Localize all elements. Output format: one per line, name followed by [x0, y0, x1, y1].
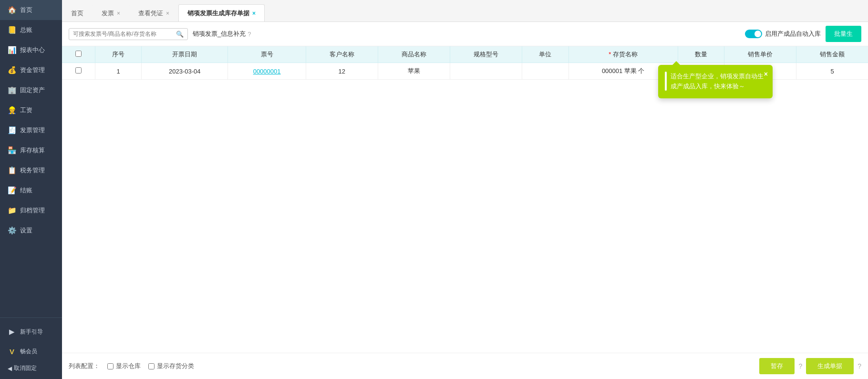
row-model	[450, 63, 522, 80]
col-product: 商品名称	[378, 46, 450, 63]
col-model: 规格型号	[450, 46, 522, 63]
ledger-icon: 📒	[8, 26, 16, 34]
info-help-icon[interactable]: ?	[248, 31, 251, 38]
row-amount: 5	[796, 63, 868, 80]
auto-import-label: 启用产成品自动入库	[765, 30, 821, 38]
page-content: 🔍 销项发票_信息补充 ? 启用产成品自动入库 批量生	[62, 22, 868, 379]
row-date: 2023-03-04	[142, 63, 228, 80]
tax-icon: 📋	[8, 166, 16, 175]
fixed-assets-icon: 🏢	[8, 86, 16, 95]
tab-invoice[interactable]: 发票 ×	[93, 4, 129, 21]
sidebar-item-home[interactable]: 🏠 首页	[0, 0, 62, 20]
sidebar-item-invoice-mgmt-label: 发票管理	[20, 126, 45, 135]
generate-help-icon[interactable]: ?	[858, 362, 861, 370]
tab-voucher-close[interactable]: ×	[166, 11, 169, 16]
sidebar-bottom: ▶ 新手引导 V 畅会员 ◀ 取消固定	[0, 317, 62, 379]
sidebar-item-tax[interactable]: 📋 税务管理	[0, 160, 62, 180]
tooltip-accent-bar	[665, 72, 667, 91]
select-all-checkbox[interactable]	[75, 51, 82, 57]
row-checkbox[interactable]	[75, 67, 82, 74]
sidebar-item-ledger-label: 总账	[20, 26, 32, 34]
member-icon: V	[8, 347, 16, 356]
tab-sales-return-close[interactable]: ×	[252, 11, 256, 16]
tooltip-text: 适合生产型企业，销项发票自动生成产成品入库，快来体验～	[671, 73, 764, 90]
col-qty: 数量	[678, 46, 724, 63]
tab-invoice-close[interactable]: ×	[117, 11, 120, 16]
sidebar-item-reports-label: 报表中心	[20, 46, 45, 54]
row-number[interactable]: 00000001	[228, 63, 306, 80]
unfix-arrow-icon: ◀	[8, 365, 12, 372]
tab-sales-return[interactable]: 销项发票生成库存单据 ×	[178, 4, 265, 21]
search-icon: 🔍	[176, 31, 184, 38]
guide-icon: ▶	[8, 327, 16, 336]
sidebar-item-invoice-mgmt[interactable]: 🧾 发票管理	[0, 120, 62, 140]
col-unit: 单位	[522, 46, 568, 63]
list-config: 列表配置： 显示仓库 显示存货分类	[69, 362, 194, 370]
sidebar-item-accounting[interactable]: 📝 结账	[0, 180, 62, 200]
home-icon: 🏠	[8, 6, 16, 14]
col-date: 开票日期	[142, 46, 228, 63]
tab-sales-return-label: 销项发票生成库存单据	[187, 9, 249, 18]
row-customer: 12	[306, 63, 378, 80]
sidebar-item-tax-label: 税务管理	[20, 166, 45, 175]
col-inventory: * 存货名称	[568, 46, 678, 63]
sidebar-item-home-label: 首页	[20, 6, 32, 14]
auto-import-toggle[interactable]	[745, 30, 762, 38]
save-button[interactable]: 暂存	[759, 358, 795, 374]
tab-voucher[interactable]: 查看凭证 ×	[129, 4, 178, 21]
sidebar-item-settings-label: 设置	[20, 226, 32, 235]
sidebar-item-member-label: 畅会员	[20, 347, 37, 356]
sidebar-item-settings[interactable]: ⚙️ 设置	[0, 221, 62, 241]
sidebar-item-accounting-label: 结账	[20, 186, 32, 195]
tab-voucher-label: 查看凭证	[138, 9, 163, 18]
main-content: 首页 发票 × 查看凭证 × 销项发票生成库存单据 × 🔍 销项发票_信息补充 …	[62, 0, 868, 379]
sidebar-item-fixed-assets[interactable]: 🏢 固定资产	[0, 80, 62, 100]
funds-icon: 💰	[8, 66, 16, 74]
bottom-bar: 列表配置： 显示仓库 显示存货分类 暂存 ? 生成单据 ?	[62, 353, 868, 379]
tab-bar: 首页 发票 × 查看凭证 × 销项发票生成库存单据 ×	[62, 0, 868, 22]
batch-generate-button[interactable]: 批量生	[826, 26, 861, 42]
sidebar-item-inventory[interactable]: 🏪 库存核算	[0, 140, 62, 160]
col-customer: 客户名称	[306, 46, 378, 63]
sidebar-item-payroll[interactable]: 👷 工资	[0, 100, 62, 120]
show-warehouse-label[interactable]: 显示仓库	[107, 362, 141, 370]
invoice-mgmt-icon: 🧾	[8, 126, 16, 135]
list-config-label: 列表配置：	[69, 362, 100, 370]
sidebar: 🏠 首页 📒 总账 📊 报表中心 💰 资金管理 🏢 固定资产 👷 工资 🧾 发票…	[0, 0, 62, 379]
unfix-label[interactable]: ◀ 取消固定	[0, 361, 62, 375]
sidebar-item-reports[interactable]: 📊 报表中心	[0, 40, 62, 60]
save-help-icon[interactable]: ?	[798, 362, 802, 370]
sidebar-item-funds-label: 资金管理	[20, 66, 45, 74]
show-warehouse-checkbox[interactable]	[107, 363, 114, 369]
col-checkbox	[62, 46, 95, 63]
tab-home-label: 首页	[71, 9, 83, 18]
show-inventory-category-checkbox[interactable]	[148, 363, 155, 369]
search-area[interactable]: 🔍	[69, 28, 188, 40]
row-checkbox-cell	[62, 63, 95, 80]
generate-button[interactable]: 生成单据	[806, 358, 854, 374]
sidebar-item-archive-label: 归档管理	[20, 206, 45, 215]
tab-invoice-label: 发票	[102, 9, 114, 18]
sidebar-item-archive[interactable]: 📁 归档管理	[0, 200, 62, 221]
sidebar-item-guide-label: 新手引导	[20, 328, 43, 336]
toolbar: 🔍 销项发票_信息补充 ? 启用产成品自动入库 批量生	[62, 22, 868, 46]
show-inventory-category-label[interactable]: 显示存货分类	[148, 362, 194, 370]
col-seq: 序号	[95, 46, 141, 63]
sidebar-item-funds[interactable]: 💰 资金管理	[0, 60, 62, 80]
sidebar-item-ledger[interactable]: 📒 总账	[0, 20, 62, 40]
search-input[interactable]	[73, 31, 176, 37]
sidebar-item-member[interactable]: V 畅会员	[0, 342, 62, 361]
row-unit	[522, 63, 568, 80]
sidebar-item-guide[interactable]: ▶ 新手引导	[0, 322, 62, 342]
sidebar-item-inventory-label: 库存核算	[20, 146, 45, 155]
payroll-icon: 👷	[8, 106, 16, 115]
table-header: 序号 开票日期 票号 客户名称 商品名称 规格型号 单位 * 存货名称 数量 销…	[62, 46, 868, 63]
reports-icon: 📊	[8, 46, 16, 54]
tooltip-close-button[interactable]: ×	[764, 69, 768, 79]
row-product: 苹果	[378, 63, 450, 80]
tab-home[interactable]: 首页	[62, 4, 93, 21]
archive-icon: 📁	[8, 206, 16, 215]
auto-import-area: 启用产成品自动入库	[745, 30, 821, 38]
row-seq: 1	[95, 63, 141, 80]
col-number: 票号	[228, 46, 306, 63]
